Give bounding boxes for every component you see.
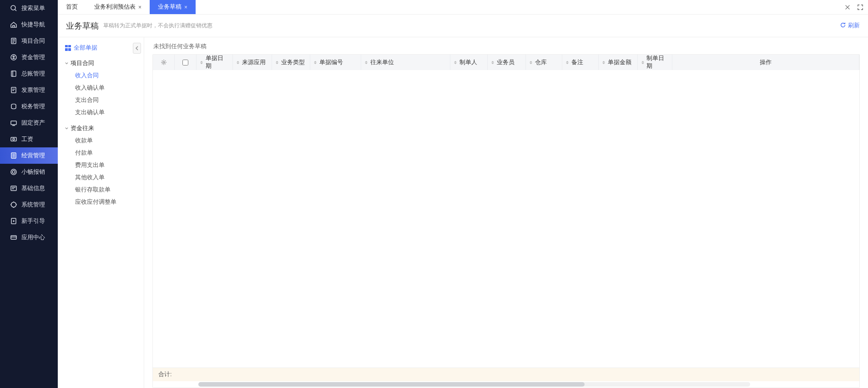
column-label: 往来单位 — [370, 59, 394, 66]
close-button[interactable] — [843, 3, 852, 11]
sidebar-item-system[interactable]: 系统管理 — [0, 197, 58, 213]
category-item[interactable]: 收款单 — [58, 135, 144, 147]
column-header[interactable]: 制单日期 — [638, 55, 672, 70]
column-label: 备注 — [571, 59, 583, 66]
column-header[interactable]: 制单人 — [450, 55, 488, 70]
sidebar: 搜索菜单快捷导航项目合同资金管理总账管理发票管理税务管理固定资产工资经营管理小畅… — [0, 0, 58, 388]
fullscreen-button[interactable] — [856, 3, 864, 11]
category-item[interactable]: 应收应付调整单 — [58, 196, 144, 208]
tab-close-icon[interactable]: × — [184, 4, 187, 10]
column-header[interactable]: 来源应用 — [233, 55, 272, 70]
total-label: 合计: — [158, 371, 172, 378]
category-item[interactable]: 费用支出单 — [58, 159, 144, 171]
asset-icon — [10, 119, 17, 126]
sidebar-item-home[interactable]: 快捷导航 — [0, 16, 58, 33]
column-label: 单据编号 — [319, 59, 343, 66]
tab[interactable]: 首页 — [58, 0, 86, 14]
sidebar-item-label: 小畅报销 — [21, 168, 45, 176]
column-header[interactable]: 备注 — [562, 55, 599, 70]
collapse-panel-button[interactable] — [133, 43, 141, 54]
content: 未找到任何业务草稿 单据日期来源应用业务类型单据编号往来单位制单人业务员仓库备注… — [144, 37, 868, 388]
column-header[interactable]: 业务员 — [488, 55, 526, 70]
select-all-checkbox[interactable] — [182, 60, 188, 66]
category-groups: 项目合同收入合同收入确认单支出合同支出确认单资金往来收款单付款单费用支出单其他收… — [58, 55, 144, 210]
page-title: 业务草稿 — [66, 20, 99, 31]
svg-rect-4 — [11, 121, 16, 125]
refresh-label: 刷新 — [848, 22, 860, 30]
sidebar-item-label: 应用中心 — [21, 234, 45, 242]
select-all-cell — [175, 55, 197, 70]
sidebar-item-label: 总账管理 — [21, 70, 45, 78]
salary-icon — [10, 136, 17, 143]
column-header[interactable]: 操作 — [672, 55, 859, 70]
sidebar-item-invoice[interactable]: 发票管理 — [0, 82, 58, 98]
column-label: 单据日期 — [206, 55, 229, 70]
info-icon — [10, 185, 17, 192]
column-header[interactable]: 往来单位 — [361, 55, 450, 70]
category-panel: 全部单据 项目合同收入合同收入确认单支出合同支出确认单资金往来收款单付款单费用支… — [58, 37, 144, 388]
category-header[interactable]: 全部单据 — [58, 42, 144, 55]
sidebar-item-label: 新手引导 — [21, 217, 45, 225]
sort-icon — [491, 60, 495, 65]
category-item[interactable]: 支出确认单 — [58, 106, 144, 119]
category-item[interactable]: 支出合同 — [58, 94, 144, 106]
sidebar-item-ledger[interactable]: 总账管理 — [0, 66, 58, 82]
category-group-label: 项目合同 — [71, 60, 94, 67]
svg-point-10 — [11, 202, 16, 207]
table-settings-button[interactable] — [153, 55, 175, 70]
category-item[interactable]: 收入合同 — [58, 70, 144, 82]
column-header[interactable]: 仓库 — [526, 55, 562, 70]
empty-message: 未找到任何业务草稿 — [152, 41, 860, 54]
invoice-icon — [10, 86, 17, 94]
sort-icon — [602, 60, 606, 65]
table-footer: 合计: — [153, 368, 859, 381]
table: 单据日期来源应用业务类型单据编号往来单位制单人业务员仓库备注单据金额制单日期操作… — [152, 54, 860, 388]
sidebar-item-label: 搜索菜单 — [21, 5, 45, 12]
topright-controls — [843, 0, 864, 15]
tab-close-icon[interactable]: × — [138, 4, 141, 10]
sidebar-item-label: 税务管理 — [21, 103, 45, 111]
sidebar-item-contract[interactable]: 项目合同 — [0, 33, 58, 49]
sidebar-item-fund[interactable]: 资金管理 — [0, 49, 58, 66]
sidebar-item-appcenter[interactable]: 应用中心 — [0, 229, 58, 246]
column-header[interactable]: 单据金额 — [599, 55, 638, 70]
sidebar-item-tax[interactable]: 税务管理 — [0, 98, 58, 115]
horizontal-scrollbar[interactable] — [153, 381, 859, 388]
svg-rect-11 — [11, 218, 16, 224]
column-header[interactable]: 单据编号 — [310, 55, 361, 70]
sidebar-item-guide[interactable]: 新手引导 — [0, 213, 58, 229]
sidebar-item-label: 基础信息 — [21, 185, 45, 192]
column-label: 业务类型 — [281, 59, 305, 66]
refresh-icon — [840, 22, 846, 30]
sidebar-item-info[interactable]: 基础信息 — [0, 180, 58, 197]
sidebar-item-salary[interactable]: 工资 — [0, 131, 58, 147]
appcenter-icon — [10, 234, 17, 241]
column-label: 业务员 — [497, 59, 515, 66]
tab[interactable]: 业务利润预估表× — [86, 0, 150, 14]
tab-label: 业务草稿 — [158, 3, 182, 11]
category-item[interactable]: 付款单 — [58, 147, 144, 159]
sort-icon — [237, 60, 240, 65]
sidebar-item-business[interactable]: 经营管理 — [0, 147, 58, 164]
sidebar-item-search[interactable]: 搜索菜单 — [0, 0, 58, 16]
chevron-down-icon — [64, 126, 69, 131]
refresh-button[interactable]: 刷新 — [840, 22, 860, 30]
sidebar-item-reimburse[interactable]: 小畅报销 — [0, 164, 58, 180]
sidebar-item-asset[interactable]: 固定资产 — [0, 115, 58, 131]
column-label: 制单日期 — [646, 55, 668, 70]
category-item[interactable]: 其他收入单 — [58, 171, 144, 184]
page-header: 业务草稿 草稿转为正式单据时，不会执行满赠促销优惠 刷新 — [58, 15, 868, 37]
sort-icon — [454, 60, 458, 65]
table-body — [153, 70, 859, 368]
category-group-header[interactable]: 项目合同 — [58, 57, 144, 70]
page-subtitle: 草稿转为正式单据时，不会执行满赠促销优惠 — [103, 22, 212, 30]
category-item[interactable]: 银行存取款单 — [58, 184, 144, 196]
svg-point-12 — [13, 221, 14, 222]
column-header[interactable]: 业务类型 — [272, 55, 310, 70]
tab[interactable]: 业务草稿× — [150, 0, 196, 14]
column-header[interactable]: 单据日期 — [197, 55, 233, 70]
category-item[interactable]: 收入确认单 — [58, 82, 144, 94]
category-group-header[interactable]: 资金往来 — [58, 122, 144, 135]
sidebar-item-label: 系统管理 — [21, 201, 45, 209]
ledger-icon — [10, 70, 17, 77]
